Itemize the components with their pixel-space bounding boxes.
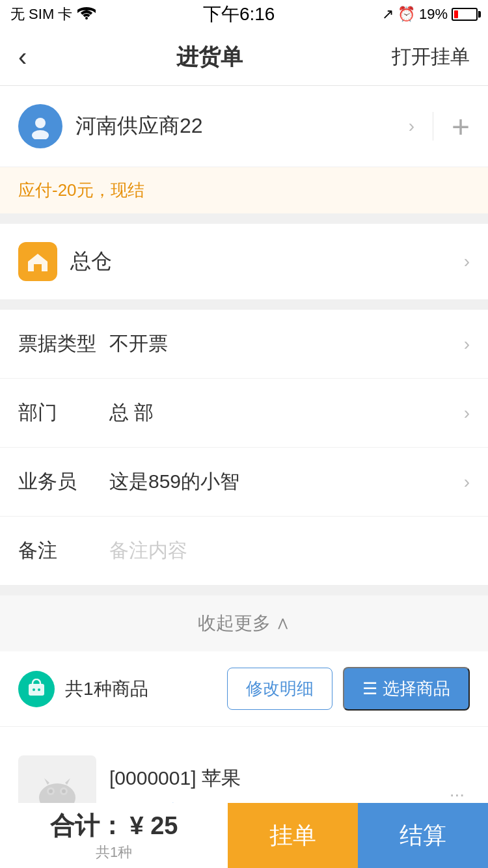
salesperson-value: 这是859的小智 (109, 468, 464, 495)
invoice-type-value: 不开票 (109, 331, 464, 357)
status-time: 下午6:16 (203, 2, 275, 27)
product-name: [0000001] 苹果 (109, 765, 431, 792)
battery-icon (452, 8, 478, 21)
svg-point-11 (49, 789, 53, 793)
checkout-button[interactable]: 结算 (358, 803, 488, 868)
supplier-avatar (18, 104, 62, 148)
salesperson-arrow-icon: › (464, 472, 470, 493)
total-amount: 合计： ¥ 25 (50, 809, 178, 843)
svg-point-0 (35, 118, 46, 128)
product-code: [0000001] (109, 767, 202, 789)
back-button[interactable]: ‹ (18, 42, 27, 72)
no-sim-label: 无 SIM 卡 (10, 5, 72, 24)
battery-pct: 19% (419, 6, 448, 23)
bottom-bar: 合计： ¥ 25 共1种 挂单 结算 (0, 803, 488, 868)
invoice-type-arrow-icon: › (464, 334, 470, 355)
add-supplier-button[interactable]: + (452, 109, 470, 144)
products-icon (18, 671, 55, 707)
invoice-type-label: 票据类型 (18, 331, 109, 357)
collapse-label: 收起更多 ∧ (198, 611, 291, 636)
total-section: 合计： ¥ 25 共1种 (0, 803, 228, 868)
credit-notice: 应付-20元，现结 (0, 167, 488, 213)
svg-rect-2 (34, 264, 42, 271)
salesperson-row[interactable]: 业务员 这是859的小智 › (0, 448, 488, 517)
modify-detail-button[interactable]: 修改明细 (227, 668, 332, 710)
status-bar: 无 SIM 卡 下午6:16 ↗ ⏰ 19% (0, 0, 488, 29)
wifi-icon (77, 5, 96, 23)
department-value: 总 部 (109, 400, 464, 426)
salesperson-label: 业务员 (18, 468, 109, 495)
svg-point-5 (38, 688, 40, 691)
products-count: 共1种商品 (65, 677, 217, 701)
warehouse-row[interactable]: 总仓 › (0, 224, 488, 299)
product-title: 苹果 (202, 767, 241, 789)
svg-point-1 (32, 130, 49, 139)
total-label: 合计： (50, 812, 124, 839)
hang-order-button[interactable]: 挂单 (228, 803, 358, 868)
form-section: 票据类型 不开票 › 部门 总 部 › 业务员 这是859的小智 › 备注 备注… (0, 310, 488, 585)
nav-bar: ‹ 进货单 打开挂单 (0, 29, 488, 86)
select-label: 选择商品 (383, 677, 450, 700)
products-header: 共1种商品 修改明细 ☰ 选择商品 (0, 651, 488, 727)
svg-point-12 (62, 789, 66, 793)
invoice-type-row[interactable]: 票据类型 不开票 › (0, 310, 488, 379)
alarm-icon: ⏰ (398, 6, 415, 23)
warehouse-arrow-icon: › (464, 251, 470, 272)
status-right: ↗ ⏰ 19% (382, 6, 478, 23)
svg-point-4 (33, 688, 35, 691)
status-left: 无 SIM 卡 (10, 5, 96, 24)
remark-input[interactable]: 备注内容 (109, 537, 470, 564)
total-value: ¥ 25 (129, 812, 178, 839)
warehouse-section: 总仓 › (0, 224, 488, 299)
location-icon: ↗ (382, 6, 394, 23)
open-pending-button[interactable]: 打开挂单 (392, 44, 470, 70)
collapse-button[interactable]: 收起更多 ∧ (0, 595, 488, 651)
warehouse-name: 总仓 (70, 247, 464, 276)
supplier-row[interactable]: 河南供应商22 › + (0, 86, 488, 167)
select-icon: ☰ (362, 679, 377, 699)
select-product-button[interactable]: ☰ 选择商品 (343, 667, 470, 711)
remark-row[interactable]: 备注 备注内容 (0, 517, 488, 585)
supplier-arrow-icon: › (409, 116, 414, 137)
remark-label: 备注 (18, 537, 109, 564)
department-row[interactable]: 部门 总 部 › (0, 379, 488, 448)
supplier-section: 河南供应商22 › + 应付-20元，现结 (0, 86, 488, 213)
department-label: 部门 (18, 400, 109, 426)
svg-rect-3 (29, 684, 44, 696)
department-arrow-icon: › (464, 403, 470, 424)
warehouse-icon (18, 242, 57, 281)
divider (433, 112, 433, 141)
supplier-name: 河南供应商22 (75, 112, 409, 141)
page-title: 进货单 (176, 42, 243, 72)
total-count: 共1种 (96, 843, 132, 862)
